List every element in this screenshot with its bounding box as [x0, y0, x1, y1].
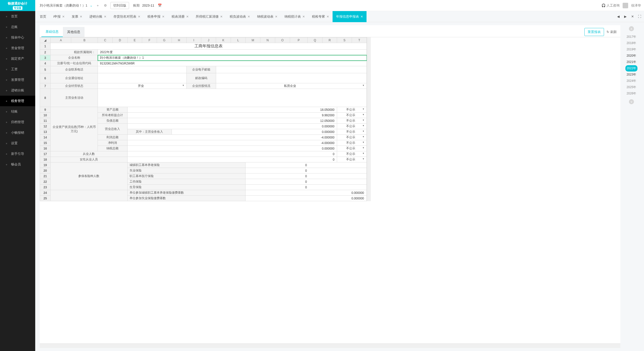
fin-value[interactable]: 18.050000 [127, 107, 337, 113]
fin-pub[interactable]: 不公示 [337, 113, 367, 118]
email-value[interactable] [216, 66, 367, 73]
tab-close-icon[interactable]: ✕ [248, 15, 250, 18]
fin-pub[interactable]: 不公示 [337, 146, 367, 151]
row-header[interactable]: 6 [40, 73, 51, 83]
user-name[interactable]: 徐泽华 [631, 3, 641, 8]
tab-5[interactable]: 税务申报✕ [144, 11, 168, 22]
employees-value[interactable]: 0 [127, 151, 337, 157]
ins-value[interactable]: 0 [246, 185, 367, 190]
sidebar-item-14[interactable]: ▫畅会员 [0, 159, 35, 170]
col-header[interactable]: G [157, 38, 172, 43]
col-header[interactable]: I [186, 38, 201, 43]
tab-close-icon[interactable]: ✕ [80, 15, 82, 18]
fullscreen-icon[interactable]: ⛶ [636, 13, 643, 20]
col-header[interactable]: R [322, 38, 337, 43]
row-header[interactable]: 17 [40, 151, 51, 157]
reg-value[interactable]: 91320811MA7NGR2W6R [98, 61, 367, 66]
year-button[interactable]: 2025年 [625, 84, 637, 90]
tab-1[interactable]: i申报✕ [50, 11, 68, 22]
tab-close-icon[interactable]: ✕ [138, 15, 140, 18]
tab-10[interactable]: 纳税统计表✕ [281, 11, 308, 22]
sidebar-item-8[interactable]: ▫税务管理 [0, 96, 35, 106]
sidebar-item-10[interactable]: ▫归档管理 [0, 117, 35, 127]
col-header[interactable]: T [352, 38, 367, 43]
col-header[interactable]: F [142, 38, 157, 43]
chevron-down-icon[interactable]: ⌄ [90, 4, 93, 7]
row-header[interactable]: 20 [40, 168, 51, 173]
fin-pub[interactable]: 不公示 [337, 140, 367, 146]
year-button[interactable]: 2026年 [625, 90, 637, 97]
row-header[interactable]: 4 [40, 61, 51, 66]
row-header[interactable]: 25 [40, 196, 51, 201]
row-header[interactable]: 13 [40, 129, 51, 135]
year-up-icon[interactable]: ∧ [629, 26, 634, 31]
fin-value[interactable]: 0.000000 [127, 146, 337, 151]
col-header[interactable]: L [231, 38, 246, 43]
spreadsheet[interactable]: ◢ABCDEFGHIJKLMNOPQRST 1工商年报信息表2税款所属期间：20… [40, 37, 620, 343]
row-header[interactable]: 24 [40, 190, 51, 196]
tab-close-icon[interactable]: ✕ [275, 15, 277, 18]
year-button[interactable]: 2019年 [625, 46, 637, 53]
year-button[interactable]: 2020年 [625, 53, 637, 59]
status-select[interactable]: 开业 [98, 83, 186, 89]
row-header[interactable]: 21 [40, 173, 51, 179]
account-selector[interactable]: 刘小艳演示账套（勿删勿动！）1 [40, 3, 87, 8]
col-header[interactable]: D [112, 38, 127, 43]
sidebar-item-4[interactable]: ▫固定资产 [0, 53, 35, 64]
fin-sub-value[interactable]: 0.000000 [172, 129, 337, 135]
row-header[interactable]: 15 [40, 140, 51, 146]
fin-pub[interactable]: 不公示 [337, 124, 367, 129]
row-header[interactable]: 7 [40, 83, 51, 89]
col-header[interactable]: P [290, 38, 307, 43]
ins-value[interactable]: 0 [246, 168, 367, 173]
fin-pub[interactable]: 不公示 [337, 118, 367, 124]
tab-close-icon[interactable]: ✕ [220, 15, 223, 18]
sidebar-item-3[interactable]: ▫资金管理 [0, 43, 35, 53]
sidebar-item-6[interactable]: ▫发票管理 [0, 75, 35, 85]
sidebar-item-7[interactable]: ▫进销台账 [0, 85, 35, 96]
col-header[interactable]: C [98, 38, 113, 43]
row-header[interactable]: 16 [40, 146, 51, 151]
tab-close-icon[interactable]: ✕ [302, 15, 305, 18]
row-header[interactable]: 23 [40, 185, 51, 190]
sidebar-item-5[interactable]: ▫工资 [0, 64, 35, 75]
tab-12[interactable]: 年报信息申报表✕ [333, 11, 367, 22]
row-header[interactable]: 12 [40, 124, 51, 129]
tab-close-all-icon[interactable]: ✕ [629, 13, 636, 20]
sidebar-item-13[interactable]: ▫新手引导 [0, 149, 35, 159]
tab-3[interactable]: 进销台账✕ [86, 11, 110, 22]
mainbiz-value[interactable] [98, 89, 367, 107]
sidebar-item-11[interactable]: ▫小畅报销 [0, 127, 35, 138]
tab-0[interactable]: 首页 [36, 11, 50, 22]
col-header[interactable]: Q [308, 38, 323, 43]
col-header[interactable]: E [127, 38, 142, 43]
tab-close-icon[interactable]: ✕ [186, 15, 189, 18]
year-button[interactable]: 2021年 [625, 59, 637, 65]
fin-value[interactable]: 9.992000 [127, 113, 337, 118]
vertical-scrollbar[interactable] [367, 37, 371, 201]
row-header[interactable]: 3 [40, 55, 51, 61]
fin-value[interactable]: 12.050000 [127, 118, 337, 124]
base-value[interactable]: 0.000000 [246, 190, 367, 196]
sidebar-item-0[interactable]: ▫首页 [0, 11, 35, 22]
tab-7[interactable]: 所得税汇算清缴✕ [192, 11, 226, 22]
avatar[interactable] [623, 3, 628, 8]
row-header[interactable]: 10 [40, 113, 51, 118]
add-icon[interactable]: ＋ [95, 2, 100, 9]
tab-9[interactable]: 纳税波动表✕ [254, 11, 281, 22]
female-value[interactable]: 0 [127, 157, 337, 162]
company-value[interactable]: 刘小艳演示账套（勿删勿动！）1 [98, 55, 367, 61]
tab-4[interactable]: 存货别名对照表✕ [110, 11, 144, 22]
tab-8[interactable]: 税负波动表✕ [226, 11, 254, 22]
year-button[interactable]: 2024年 [625, 78, 637, 84]
row-header[interactable]: 2 [40, 50, 51, 55]
corner-cell[interactable]: ◢ [40, 38, 51, 43]
fin-value[interactable]: -4.000000 [127, 135, 337, 140]
col-header[interactable]: B [71, 38, 98, 43]
fin-pub[interactable]: 不公示 [337, 135, 367, 140]
addr-value[interactable] [98, 73, 186, 83]
row-header[interactable]: 11 [40, 118, 51, 124]
col-header[interactable]: S [337, 38, 352, 43]
tab-6[interactable]: 税表清册✕ [168, 11, 192, 22]
fin-pub[interactable]: 不公示 [337, 107, 367, 113]
